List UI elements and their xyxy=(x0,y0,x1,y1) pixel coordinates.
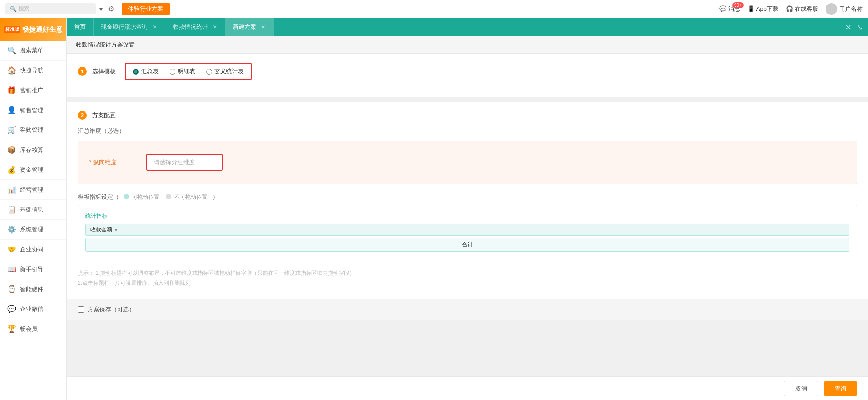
sidebar-item-search-menu[interactable]: 🔍 搜索菜单 xyxy=(0,41,66,61)
tab-bar: 首页 现金银行流水查询 ✕ 收款情况统计 ✕ 新建方案 ✕ ✕ ⤡ xyxy=(67,18,868,36)
member-icon: 🏆 xyxy=(7,325,16,333)
sidebar-label-marketing: 营销推广 xyxy=(20,86,43,94)
sidebar-item-cooperation[interactable]: 🤝 企业协同 xyxy=(0,240,66,259)
logo-badge: 标准版 xyxy=(4,26,20,33)
step1-row: 1 选择模板 汇总表 明细表 交叉统计表 xyxy=(78,63,857,80)
finance-icon: 💰 xyxy=(7,165,16,174)
tab-new-plan[interactable]: 新建方案 ✕ xyxy=(226,18,274,36)
sidebar-item-hardware[interactable]: ⌚ 智能硬件 xyxy=(0,279,66,299)
tab-new-plan-close[interactable]: ✕ xyxy=(260,24,266,30)
sidebar-label-inventory: 库存核算 xyxy=(20,146,43,154)
content-area: 首页 现金银行流水查询 ✕ 收款情况统计 ✕ 新建方案 ✕ ✕ ⤡ xyxy=(67,18,868,400)
tab-bank-flow[interactable]: 现金银行流水查询 ✕ xyxy=(94,18,165,36)
message-item[interactable]: 💬 消息 99+ xyxy=(719,5,740,13)
user-avatar-item[interactable]: 用户名称 xyxy=(826,3,863,15)
sidebar-item-basic-info[interactable]: 📋 基础信息 xyxy=(0,200,66,220)
metrics-chip-amount[interactable]: 收款金额 ▾ xyxy=(85,224,849,236)
radio-summary[interactable]: 汇总表 xyxy=(133,67,159,75)
settings-icon[interactable]: ⚙ xyxy=(108,5,114,13)
step1-badge: 1 xyxy=(78,67,87,76)
sidebar-label-purchase: 采购管理 xyxy=(20,126,43,134)
dimension-placeholder: 请选择分组维度 xyxy=(154,159,195,165)
dimension-select[interactable]: 请选择分组维度 xyxy=(146,154,223,171)
radio-detail-label: 明细表 xyxy=(178,67,195,75)
radio-cross-input[interactable] xyxy=(206,69,212,75)
metrics-label-row: 模板指标设定（ 可拖动位置 不可拖动位置 ） xyxy=(78,193,857,201)
legend-fixed-item: 不可拖动位置 xyxy=(166,193,207,201)
sidebar-item-management[interactable]: 📊 经营管理 xyxy=(0,180,66,200)
radio-detail[interactable]: 明细表 xyxy=(170,67,195,75)
sidebar-item-member[interactable]: 🏆 畅会员 xyxy=(0,319,66,339)
online-service-label: 在线客服 xyxy=(795,5,818,13)
vertical-dim-label: * 纵向维度 xyxy=(89,158,117,166)
sidebar-item-marketing[interactable]: 🎁 营销推广 xyxy=(0,80,66,100)
tab-collection-stats-label: 收款情况统计 xyxy=(173,23,208,31)
sidebar-item-finance[interactable]: 💰 资金管理 xyxy=(0,160,66,180)
headset-icon: 🎧 xyxy=(786,5,793,12)
form-section: 1 选择模板 汇总表 明细表 交叉统计表 xyxy=(67,54,868,97)
tips-section: 提示： 1.拖动标题栏可以调整布局，不可跨维度或指标区域拖动栏目字段（只能在同一… xyxy=(78,267,857,290)
cancel-button[interactable]: 取消 xyxy=(784,381,818,396)
template-options: 汇总表 明细表 交叉统计表 xyxy=(125,63,252,80)
footer-bar: 取消 查询 xyxy=(67,376,868,400)
tip-line-2: 2.点击标题栏下拉可设置排序、插入列和删除列 xyxy=(78,278,857,288)
dim-arrow-icon: —— xyxy=(126,159,137,166)
sidebar-item-system[interactable]: ⚙️ 系统管理 xyxy=(0,220,66,240)
sidebar-label-system: 系统管理 xyxy=(20,226,43,234)
trial-industry-button[interactable]: 体验行业方案 xyxy=(122,3,170,15)
tab-home[interactable]: 首页 xyxy=(67,18,94,36)
inventory-icon: 📦 xyxy=(7,146,16,154)
sidebar-label-guide: 新手引导 xyxy=(20,265,43,273)
app-download-item[interactable]: 📱 App下载 xyxy=(747,5,778,13)
movable-dot xyxy=(124,194,129,199)
metrics-legend: 可拖动位置 不可拖动位置 xyxy=(124,193,207,201)
hardware-icon: ⌚ xyxy=(7,285,16,293)
radio-cross[interactable]: 交叉统计表 xyxy=(206,67,244,75)
sidebar-label-cooperation: 企业协同 xyxy=(20,245,43,254)
tab-collection-stats-close[interactable]: ✕ xyxy=(212,24,218,30)
tab-collection-stats[interactable]: 收款情况统计 ✕ xyxy=(165,18,226,36)
logo-text: 畅捷通好生意 xyxy=(22,25,63,34)
metrics-row-total: 合计 xyxy=(85,238,849,252)
marketing-icon: 🎁 xyxy=(7,86,16,94)
sidebar-label-quick-nav: 快捷导航 xyxy=(20,66,43,75)
radio-cross-label: 交叉统计表 xyxy=(214,67,244,75)
purchase-icon: 🛒 xyxy=(7,126,16,134)
step1-label: 选择模板 xyxy=(92,67,116,75)
fixed-legend-label: 不可拖动位置 xyxy=(175,194,207,200)
step2-label: 方案配置 xyxy=(92,111,116,119)
header-dropdown-btn[interactable]: ▾ xyxy=(99,5,103,13)
query-button[interactable]: 查询 xyxy=(824,381,857,396)
radio-summary-input[interactable] xyxy=(133,69,139,75)
sidebar-item-wechat[interactable]: 💬 企业微信 xyxy=(0,299,66,319)
avatar xyxy=(826,3,837,15)
tab-expand-icon[interactable]: ⤡ xyxy=(857,23,863,32)
tab-bar-actions: ✕ ⤡ xyxy=(840,18,868,36)
wechat-icon: 💬 xyxy=(7,305,16,313)
radio-detail-input[interactable] xyxy=(170,69,175,75)
section-divider xyxy=(67,97,868,102)
metrics-close-paren: ） xyxy=(212,193,218,201)
sidebar-item-purchase[interactable]: 🛒 采购管理 xyxy=(0,120,66,140)
sidebar-logo: 标准版 畅捷通好生意 xyxy=(0,18,66,41)
sidebar-item-quick-nav[interactable]: 🏠 快捷导航 xyxy=(0,61,66,80)
sidebar-item-inventory[interactable]: 📦 库存核算 xyxy=(0,140,66,160)
header-search-bar[interactable]: 🔍 搜索 xyxy=(5,3,96,14)
top-header: 🔍 搜索 ▾ ⚙ 体验行业方案 💬 消息 99+ 📱 App下载 🎧 在线客服 … xyxy=(0,0,868,18)
tab-bank-flow-close[interactable]: ✕ xyxy=(151,24,158,30)
fixed-dot xyxy=(166,194,171,199)
sidebar-item-guide[interactable]: 📖 新手引导 xyxy=(0,259,66,279)
search-placeholder-text: 搜索 xyxy=(19,5,29,13)
sidebar-item-sales[interactable]: 👤 销售管理 xyxy=(0,100,66,120)
tab-close-all-icon[interactable]: ✕ xyxy=(845,23,851,32)
system-icon: ⚙️ xyxy=(7,225,16,234)
sidebar-label-management: 经营管理 xyxy=(20,186,43,194)
tab-bank-flow-label: 现金银行流水查询 xyxy=(101,23,148,31)
save-checkbox[interactable] xyxy=(78,306,84,313)
sidebar-label-member: 畅会员 xyxy=(20,325,38,333)
metrics-chip-label: 收款金额 xyxy=(90,226,112,234)
page-title-bar: 收款情况统计方案设置 xyxy=(67,36,868,54)
guide-icon: 📖 xyxy=(7,265,16,273)
online-service-item[interactable]: 🎧 在线客服 xyxy=(786,5,818,13)
metrics-container: 统计指标 收款金额 ▾ 合计 xyxy=(78,205,857,259)
